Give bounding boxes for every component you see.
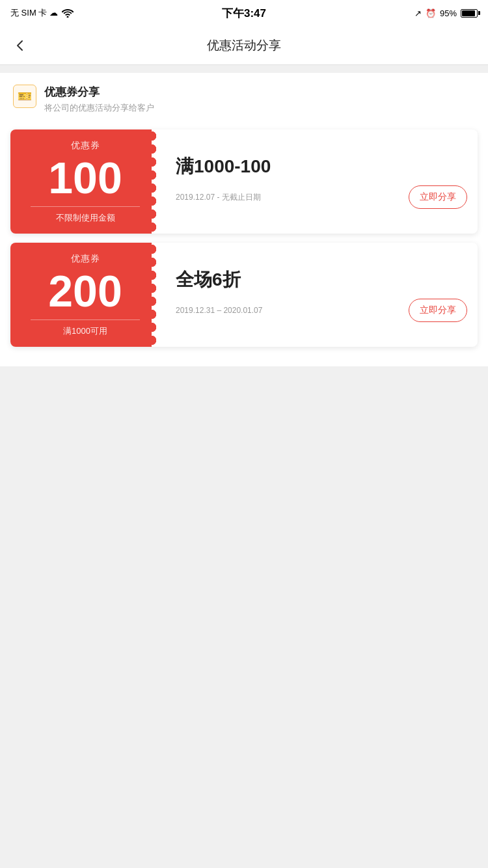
coupon-title-1: 满1000-100 — [176, 154, 467, 179]
coupon-left-1: 优惠券 100 不限制使用金额 — [10, 129, 160, 234]
coupon-amount-2: 200 — [48, 269, 122, 313]
alarm-icon: ⏰ — [426, 8, 436, 18]
section-subtitle: 将公司的优惠活动分享给客户 — [44, 102, 154, 114]
share-button-1[interactable]: 立即分享 — [409, 185, 467, 209]
coupon-divider-1 — [31, 206, 140, 207]
coupon-divider-2 — [31, 319, 140, 320]
status-time: 下午3:47 — [222, 6, 266, 21]
coupon-meta-2: 2019.12.31 – 2020.01.07 立即分享 — [176, 299, 467, 322]
coupon-label-1: 优惠券 — [71, 140, 100, 152]
status-right: ↗ ⏰ 95% — [414, 8, 478, 18]
share-button-2[interactable]: 立即分享 — [409, 299, 467, 322]
status-bar: 无 SIM 卡 ☁ 下午3:47 ↗ ⏰ 95% — [0, 0, 488, 26]
coupon-right-1: 满1000-100 2019.12.07 - 无截止日期 立即分享 — [160, 129, 478, 234]
section-header: 🎫 优惠券分享 将公司的优惠活动分享给客户 — [0, 73, 488, 123]
section-text: 优惠券分享 将公司的优惠活动分享给客户 — [44, 85, 154, 114]
wifi-icon — [62, 8, 74, 18]
location-icon: ↗ — [414, 8, 422, 18]
coupon-amount-1: 100 — [48, 156, 122, 200]
nav-bar: 优惠活动分享 — [0, 26, 488, 65]
battery-percent: 95% — [440, 8, 457, 18]
back-button[interactable] — [13, 38, 27, 53]
coupon-meta-1: 2019.12.07 - 无截止日期 立即分享 — [176, 185, 467, 209]
status-left: 无 SIM 卡 ☁ — [10, 7, 74, 19]
top-divider — [0, 65, 488, 73]
coupon-date-2: 2019.12.31 – 2020.01.07 — [176, 306, 262, 315]
coupon-title-2: 全场6折 — [176, 267, 467, 292]
coupon-right-2: 全场6折 2019.12.31 – 2020.01.07 立即分享 — [160, 243, 478, 347]
back-arrow-icon — [13, 38, 27, 53]
coupon-date-1: 2019.12.07 - 无截止日期 — [176, 192, 261, 203]
page-title: 优惠活动分享 — [207, 37, 281, 54]
coupon-icon: 🎫 — [18, 89, 32, 103]
coupon-left-2: 优惠券 200 满1000可用 — [10, 243, 160, 347]
empty-area — [0, 366, 488, 692]
coupon-list: 优惠券 100 不限制使用金额 满1000-100 2019.12.07 - 无… — [0, 123, 488, 366]
coupon-card-1: 优惠券 100 不限制使用金额 满1000-100 2019.12.07 - 无… — [10, 129, 478, 234]
coupon-condition-1: 不限制使用金额 — [56, 212, 115, 224]
coupon-card-2: 优惠券 200 满1000可用 全场6折 2019.12.31 – 2020.0… — [10, 243, 478, 347]
no-sim-label: 无 SIM 卡 ☁ — [10, 7, 58, 19]
coupon-condition-2: 满1000可用 — [63, 325, 107, 337]
battery-icon — [461, 9, 478, 18]
battery-fill — [462, 10, 475, 16]
section-icon: 🎫 — [13, 85, 36, 108]
coupon-label-2: 优惠券 — [71, 253, 100, 265]
section-title: 优惠券分享 — [44, 85, 154, 100]
